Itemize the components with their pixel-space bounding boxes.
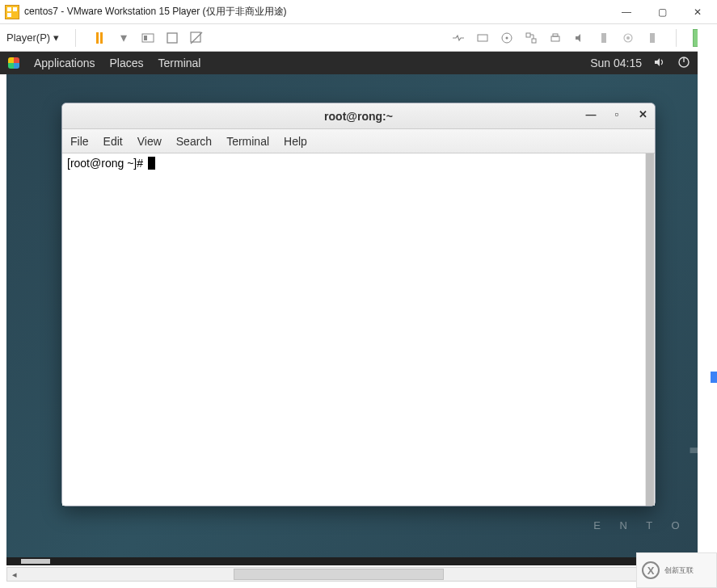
terminal-menu-terminal[interactable]: Terminal — [226, 135, 269, 148]
page-watermark: X 创新互联 — [636, 552, 717, 588]
terminal-body[interactable]: [root@rong ~]# — [62, 153, 655, 506]
toolbar-separator-2 — [676, 29, 677, 47]
host-close-button[interactable]: ✕ — [680, 1, 715, 23]
vmware-window-title: centos7 - VMware Workstation 15 Player (… — [24, 5, 609, 19]
unity-icon — [190, 32, 203, 44]
player-menu-label: Player(P) — [6, 32, 50, 44]
svg-point-10 — [506, 36, 508, 39]
printer-icon[interactable] — [548, 31, 563, 45]
gnome-clock[interactable]: Sun 04:15 — [590, 57, 642, 69]
send-cad-icon — [141, 32, 154, 44]
terminal-cursor — [148, 157, 155, 170]
sound-icon[interactable] — [572, 31, 587, 45]
send-cad-button[interactable] — [141, 31, 155, 45]
toolbar-separator — [75, 29, 76, 47]
vmware-toolbar: Player(P) ▾ ▾ — [0, 24, 717, 52]
taskbar-item[interactable] — [21, 559, 50, 564]
pause-vm-button[interactable] — [92, 31, 107, 45]
gnome-top-panel: Applications Places Terminal Sun 04:15 ⌃ — [0, 52, 717, 74]
svg-rect-6 — [191, 32, 200, 42]
gnome-activities-icon[interactable] — [8, 57, 19, 69]
centos-version-watermark: 7 — [686, 432, 698, 515]
terminal-scrollbar-thumb[interactable] — [646, 153, 654, 506]
svg-rect-18 — [650, 33, 655, 43]
disk-icon[interactable] — [475, 31, 490, 45]
gnome-taskbar-strip — [6, 557, 698, 565]
terminal-close-button[interactable]: ✕ — [635, 107, 650, 121]
scroll-track[interactable] — [22, 568, 695, 581]
network-adapter-icon[interactable] — [524, 31, 538, 45]
svg-rect-14 — [553, 34, 558, 36]
centos-label-watermark: E N T O S — [593, 519, 698, 531]
svg-rect-11 — [526, 33, 530, 37]
guest-desktop[interactable]: 7 E N T O S root@rong:~ — ▫ ✕ File Edit … — [6, 74, 698, 564]
vmware-logo-icon — [5, 5, 19, 19]
terminal-menu-file[interactable]: File — [70, 135, 89, 148]
power-dropdown-button[interactable]: ▾ — [116, 31, 131, 45]
host-minimize-button[interactable]: — — [609, 1, 644, 23]
terminal-maximize-button[interactable]: ▫ — [609, 107, 624, 121]
host-horizontal-scrollbar[interactable]: ◂ ▸ — [6, 567, 711, 582]
gnome-places-menu[interactable]: Places — [110, 57, 144, 69]
gnome-terminal-window: root@rong:~ — ▫ ✕ File Edit View Search … — [61, 103, 656, 506]
svg-rect-1 — [13, 7, 17, 11]
fullscreen-icon — [166, 32, 179, 44]
gnome-applications-menu[interactable]: Applications — [34, 57, 95, 69]
watermark-logo-icon: X — [642, 561, 660, 579]
terminal-scrollbar[interactable] — [645, 153, 655, 506]
svg-rect-0 — [7, 7, 11, 11]
terminal-title-text: root@rong:~ — [324, 110, 393, 123]
terminal-minimize-button[interactable]: — — [584, 107, 598, 121]
connection-icon[interactable] — [451, 31, 466, 45]
host-right-crop — [698, 24, 717, 564]
host-selection-marker — [711, 372, 717, 383]
dropdown-icon: ▾ — [53, 32, 59, 44]
terminal-menu-search[interactable]: Search — [176, 135, 212, 148]
scroll-thumb[interactable] — [234, 569, 444, 580]
watermark-brand: 创新互联 — [664, 565, 694, 576]
player-menu-button[interactable]: Player(P) ▾ — [6, 32, 59, 44]
record-icon[interactable] — [621, 31, 635, 45]
svg-rect-15 — [601, 33, 606, 43]
scroll-left-button[interactable]: ◂ — [7, 568, 22, 581]
svg-rect-12 — [532, 39, 536, 43]
terminal-titlebar[interactable]: root@rong:~ — ▫ ✕ — [62, 103, 655, 129]
unity-button[interactable] — [189, 31, 204, 45]
host-maximize-button[interactable]: ▢ — [644, 1, 680, 23]
gnome-power-icon[interactable] — [677, 56, 690, 71]
vmware-titlebar: centos7 - VMware Workstation 15 Player (… — [0, 0, 717, 24]
usb-icon-2[interactable] — [645, 31, 660, 45]
svg-point-17 — [626, 36, 630, 40]
gnome-terminal-menu[interactable]: Terminal — [158, 57, 201, 69]
svg-rect-13 — [551, 36, 559, 41]
svg-rect-4 — [144, 36, 147, 40]
terminal-menu-view[interactable]: View — [137, 135, 162, 148]
usb-icon-1[interactable] — [597, 31, 611, 45]
svg-rect-8 — [478, 35, 487, 41]
terminal-prompt: [root@rong ~]# — [67, 157, 146, 170]
gnome-volume-icon[interactable] — [653, 56, 666, 71]
terminal-menubar: File Edit View Search Terminal Help — [62, 129, 655, 153]
pause-icon — [96, 32, 103, 44]
fullscreen-button[interactable] — [165, 31, 179, 45]
terminal-menu-help[interactable]: Help — [284, 135, 307, 148]
svg-rect-5 — [167, 33, 177, 43]
cdrom-icon[interactable] — [500, 31, 514, 45]
terminal-menu-edit[interactable]: Edit — [103, 135, 123, 148]
svg-rect-2 — [7, 13, 11, 17]
